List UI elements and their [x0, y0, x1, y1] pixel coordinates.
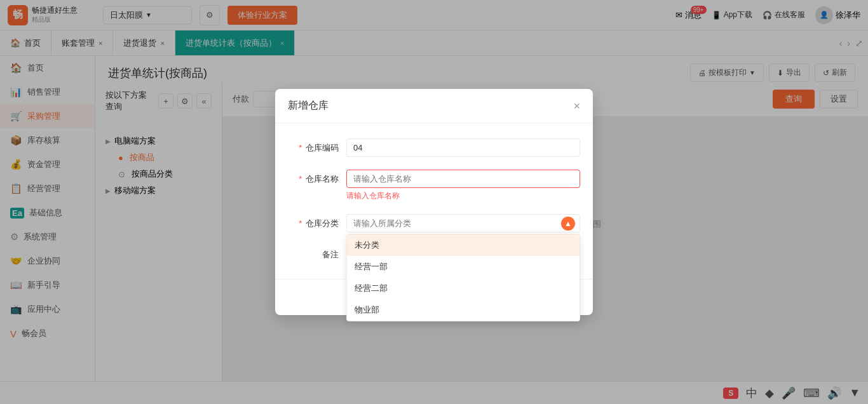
- code-label: * 仓库编码: [288, 138, 339, 154]
- modal-new-warehouse: 新增仓库 × * 仓库编码 * 仓库名称: [275, 89, 593, 315]
- modal-close-button[interactable]: ×: [573, 100, 580, 112]
- name-error-msg: 请输入仓库名称: [346, 191, 580, 201]
- name-label: * 仓库名称: [288, 170, 339, 185]
- modal-header: 新增仓库 ×: [275, 89, 593, 123]
- option-dept1[interactable]: 经营一部: [347, 256, 580, 278]
- modal-title: 新增仓库: [288, 99, 329, 112]
- combo-toggle-button[interactable]: ▲: [561, 217, 575, 231]
- option-uncategorized[interactable]: 未分类: [347, 234, 580, 256]
- name-control: 请输入仓库名称: [346, 170, 580, 201]
- form-row-code: * 仓库编码: [288, 138, 580, 157]
- category-input[interactable]: [346, 214, 580, 232]
- modal-body: * 仓库编码 * 仓库名称 请输入仓库名称: [275, 123, 593, 279]
- chevron-up-icon: ▲: [564, 219, 572, 228]
- combo-wrapper: ▲ 未分类 经营一部 经营二部 物业部: [346, 214, 580, 232]
- option-property[interactable]: 物业部: [347, 299, 580, 321]
- name-input[interactable]: [346, 170, 580, 188]
- category-dropdown: 未分类 经营一部 经营二部 物业部: [346, 234, 580, 321]
- category-label: * 仓库分类: [288, 214, 339, 229]
- form-row-name: * 仓库名称 请输入仓库名称: [288, 170, 580, 201]
- remark-label: 备注: [288, 245, 339, 260]
- option-dept2[interactable]: 经营二部: [347, 278, 580, 299]
- category-control: ▲ 未分类 经营一部 经营二部 物业部: [346, 214, 580, 232]
- form-row-category: * 仓库分类 ▲ 未分类 经营一部 经营二部 物业部: [288, 214, 580, 232]
- code-input[interactable]: [346, 138, 580, 157]
- code-control: [346, 138, 580, 157]
- modal-overlay: 新增仓库 × * 仓库编码 * 仓库名称: [0, 0, 868, 404]
